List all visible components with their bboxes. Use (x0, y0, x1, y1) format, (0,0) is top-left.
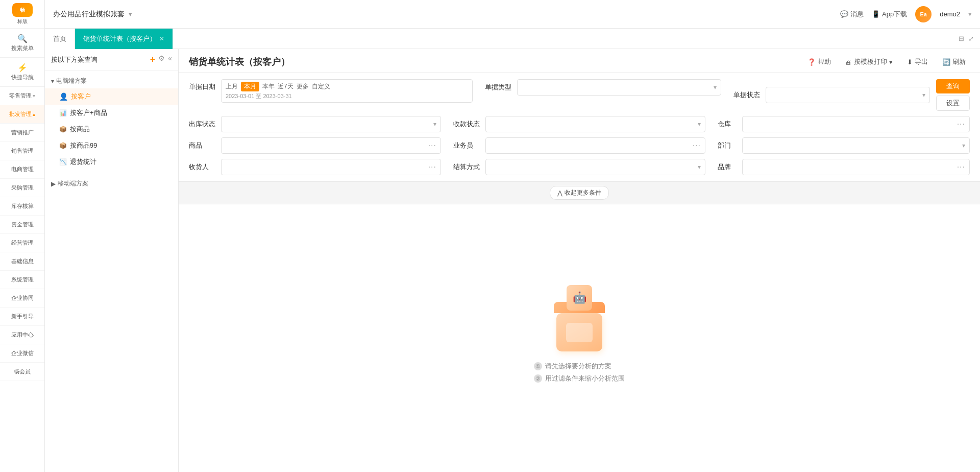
guide-label: 新手引导 (11, 313, 34, 320)
sidebar-item-basic[interactable]: 基础信息 (0, 252, 44, 271)
sidebar-item-guide[interactable]: 新手引导 (0, 308, 44, 326)
sidebar-item-ecommerce[interactable]: 电商管理 (0, 160, 44, 179)
export-btn[interactable]: ⬇ 导出 (903, 55, 932, 68)
sidebar-item-wholesale[interactable]: 批发管理 ▴ (0, 105, 44, 124)
sidebar-item-system[interactable]: 系统管理 (0, 271, 44, 289)
username[interactable]: demo2 (940, 10, 960, 18)
tab-close-icon[interactable]: ✕ (159, 35, 164, 42)
scheme-goods-99[interactable]: 📦 按商品99 (45, 137, 178, 154)
mobile-scheme-title[interactable]: ▶ 移动端方案 (45, 176, 178, 191)
scheme-return-stats[interactable]: 📉 退货统计 (45, 154, 178, 170)
receive-status-control[interactable]: ▾ (485, 116, 705, 132)
sidebar: 畅 标版 🔍 搜索菜单 ⚡ 快捷导航 零售管理 ▾ 批发管理 ▴ 营销推广 销售… (0, 0, 45, 472)
date-tab-more[interactable]: 更多 (297, 82, 309, 91)
recipient-control[interactable]: ··· (221, 159, 441, 175)
quick-nav-item[interactable]: ⚡ 快捷导航 (0, 58, 44, 87)
hint-num-2: ② (534, 374, 542, 383)
fullscreen-icon: ⤢ (968, 35, 974, 42)
left-panel: 按以下方案查询 + ⚙ « ▾ 电脑端方案 👤 按客户 📊 (45, 49, 179, 472)
desktop-schemes: ▾ 电脑端方案 👤 按客户 📊 按客户+商品 📦 按商品 📦 (45, 70, 178, 173)
print-btn[interactable]: 🖨 按模板打印 ▾ (841, 55, 897, 68)
robot-face: 🤖 (573, 291, 586, 304)
user-avatar[interactable]: Ea (915, 6, 932, 22)
tab-home[interactable]: 首页 (45, 29, 75, 49)
date-tab-7days[interactable]: 近7天 (278, 82, 293, 91)
scheme-panel-header: 按以下方案查询 + ⚙ « (45, 49, 178, 70)
date-filter-control[interactable]: 上月 本月 本年 近7天 更多 自定义 2023-03-01 至 2023-03… (221, 79, 473, 103)
customer-goods-icon: 📊 (59, 109, 67, 116)
scheme-customer-goods[interactable]: 📊 按客户+商品 (45, 105, 178, 121)
out-status-arrow: ▾ (433, 121, 436, 128)
department-arrow: ▾ (962, 142, 965, 149)
sidebar-item-operations[interactable]: 经营管理 (0, 234, 44, 252)
doc-type-cell: 单据类型 ▾ (479, 79, 727, 96)
sidebar-item-appstore[interactable]: 应用中心 (0, 326, 44, 344)
refresh-btn[interactable]: 🔄 刷新 (938, 55, 970, 68)
industry-dropdown[interactable]: ▾ (129, 10, 132, 18)
scheme-by-goods[interactable]: 📦 按商品 (45, 121, 178, 137)
salesman-cell: 业务员 ··· (447, 137, 712, 154)
add-scheme-btn[interactable]: + (150, 54, 156, 65)
filter-row-3: 商品 ··· 业务员 ··· 部门 ▾ (189, 137, 970, 154)
sidebar-item-purchase[interactable]: 采购管理 (0, 179, 44, 197)
app-download-label: App下载 (882, 10, 907, 19)
help-btn[interactable]: ❓ 帮助 (803, 55, 835, 68)
main-area: 办公用品行业模拟账套 ▾ 💬 消息 📱 App下载 Ea demo2 ▾ 首页 … (45, 0, 980, 472)
refresh-icon: 🔄 (942, 58, 950, 66)
search-label: 搜索菜单 (11, 44, 34, 52)
print-dropdown[interactable]: ▾ (889, 58, 893, 66)
desktop-scheme-title[interactable]: ▾ 电脑端方案 (45, 74, 178, 88)
sidebar-item-finance[interactable]: 资金管理 (0, 216, 44, 234)
doc-status-control[interactable]: ▾ (766, 87, 930, 103)
print-label: 按模板打印 (854, 57, 887, 66)
message-btn[interactable]: 💬 消息 (840, 10, 864, 19)
empty-box-body (556, 313, 602, 351)
scheme-collapse-btn[interactable]: « (168, 54, 172, 65)
retail-label: 零售管理 (9, 92, 32, 100)
page-header: 销货单统计表（按客户） ❓ 帮助 🖨 按模板打印 ▾ ⬇ 导出 (179, 49, 980, 73)
goods-control[interactable]: ··· (221, 137, 441, 154)
scheme-settings-btn[interactable]: ⚙ (158, 54, 165, 65)
user-dropdown-arrow[interactable]: ▾ (968, 10, 972, 18)
collapse-btn[interactable]: ⋀ 收起更多条件 (550, 186, 609, 200)
settlement-control[interactable]: ▾ (485, 159, 705, 175)
finance-label: 资金管理 (11, 221, 34, 228)
query-button[interactable]: 查询 (936, 79, 970, 93)
search-menu-item[interactable]: 🔍 搜索菜单 (0, 29, 44, 58)
sidebar-menu: 零售管理 ▾ 批发管理 ▴ 营销推广 销售管理 电商管理 采购管理 库存核算 资… (0, 87, 44, 472)
warehouse-control[interactable]: ··· (742, 116, 970, 132)
app-download-btn[interactable]: 📱 App下载 (872, 10, 907, 19)
sidebar-item-marketing[interactable]: 营销推广 (0, 124, 44, 142)
logo-subtitle: 标版 (17, 18, 28, 25)
tab-sales-stats-label: 销货单统计表（按客户） (83, 34, 156, 43)
empty-hint-1: ① 请先选择要分析的方案 (534, 362, 625, 371)
tabbar-expand[interactable]: ⊟ ⤢ (952, 35, 980, 42)
sidebar-item-member[interactable]: 畅会员 (0, 363, 44, 381)
expand-icon: ⊟ (959, 35, 964, 42)
salesman-control[interactable]: ··· (485, 137, 705, 154)
empty-illustration: 🤖 (544, 290, 615, 351)
doc-type-control[interactable]: ▾ (517, 79, 721, 96)
basic-label: 基础信息 (11, 257, 34, 265)
brand-control[interactable]: ··· (742, 159, 970, 175)
settings-button[interactable]: 设置 (936, 96, 970, 111)
date-tab-this-year[interactable]: 本年 (262, 82, 275, 91)
warehouse-cell: 仓库 ··· (712, 116, 970, 132)
topbar-left: 办公用品行业模拟账套 ▾ (53, 10, 132, 19)
date-tab-this-month[interactable]: 本月 (241, 82, 259, 91)
out-status-control[interactable]: ▾ (221, 116, 441, 132)
right-panel: 销货单统计表（按客户） ❓ 帮助 🖨 按模板打印 ▾ ⬇ 导出 (179, 49, 980, 472)
return-label: 退货统计 (70, 157, 96, 167)
sidebar-item-sales[interactable]: 销售管理 (0, 142, 44, 160)
date-tab-last-month[interactable]: 上月 (226, 82, 238, 91)
tab-sales-stats[interactable]: 销货单统计表（按客户） ✕ (75, 29, 173, 49)
sidebar-item-collab[interactable]: 企业协同 (0, 289, 44, 308)
empty-text: ① 请先选择要分析的方案 ② 用过滤条件来缩小分析范围 (534, 362, 625, 386)
sales-label: 销售管理 (11, 147, 34, 155)
scheme-by-customer[interactable]: 👤 按客户 (45, 88, 178, 105)
sidebar-item-retail[interactable]: 零售管理 ▾ (0, 87, 44, 105)
sidebar-item-inventory[interactable]: 库存核算 (0, 197, 44, 216)
date-tab-custom[interactable]: 自定义 (312, 82, 330, 91)
department-control[interactable]: ▾ (742, 137, 970, 154)
sidebar-item-wechat[interactable]: 企业微信 (0, 344, 44, 363)
